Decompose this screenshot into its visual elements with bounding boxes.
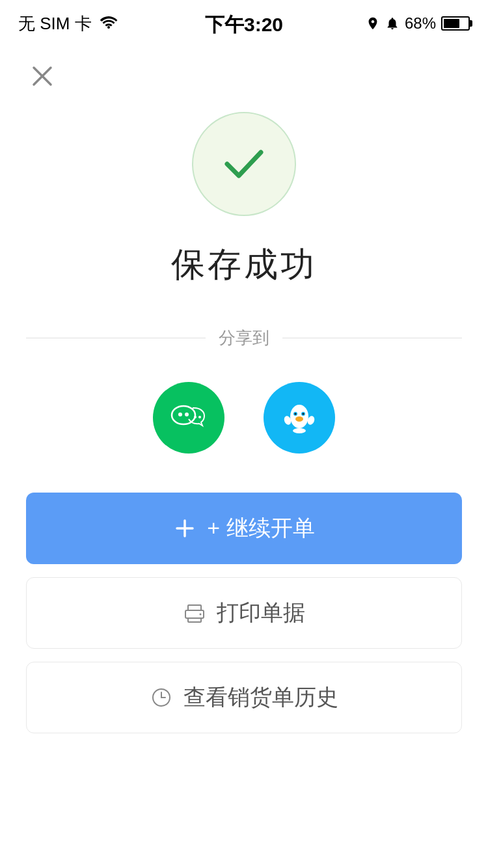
checkmark-icon — [218, 137, 270, 191]
svg-point-11 — [303, 413, 305, 415]
status-right: 68% — [366, 14, 470, 33]
svg-point-15 — [293, 428, 306, 433]
carrier-text: 无 SIM 卡 — [18, 12, 92, 35]
status-left: 无 SIM 卡 — [18, 12, 119, 35]
close-button-row — [26, 47, 462, 112]
action-buttons: + 继续开单 打印单据 查看销货单历史 — [26, 493, 462, 733]
continue-label: + 继续开单 — [207, 513, 314, 543]
battery-percent: 68% — [405, 14, 436, 33]
status-bar: 无 SIM 卡 下午3:20 68% — [0, 0, 488, 47]
location-icon — [366, 16, 380, 31]
history-label: 查看销货单历史 — [183, 683, 338, 712]
wechat-share-button[interactable] — [153, 382, 224, 454]
alarm-icon — [385, 16, 400, 31]
print-icon — [183, 601, 206, 625]
svg-point-4 — [185, 413, 189, 416]
divider-left — [26, 338, 206, 338]
time-display: 下午3:20 — [205, 12, 283, 38]
print-button[interactable]: 打印单据 — [26, 577, 462, 649]
svg-point-10 — [295, 413, 297, 415]
svg-point-21 — [200, 614, 202, 616]
share-section: 分享到 — [26, 327, 462, 454]
svg-point-12 — [295, 416, 303, 422]
print-label: 打印单据 — [217, 598, 305, 628]
share-icons-row — [153, 382, 335, 454]
share-divider: 分享到 — [26, 327, 462, 349]
close-button[interactable] — [26, 60, 59, 92]
svg-point-6 — [198, 416, 201, 418]
success-circle — [192, 112, 296, 216]
battery-icon — [441, 16, 470, 31]
main-content: 保存成功 分享到 — [0, 47, 488, 733]
divider-right — [282, 338, 462, 338]
svg-point-3 — [178, 413, 182, 416]
share-label: 分享到 — [219, 327, 269, 349]
qq-share-button[interactable] — [264, 382, 335, 454]
continue-button[interactable]: + 继续开单 — [26, 493, 462, 564]
success-title: 保存成功 — [171, 242, 317, 288]
history-icon — [150, 686, 173, 709]
plus-icon — [173, 517, 197, 540]
svg-point-5 — [194, 416, 197, 418]
wifi-icon — [98, 16, 119, 31]
history-button[interactable]: 查看销货单历史 — [26, 662, 462, 733]
